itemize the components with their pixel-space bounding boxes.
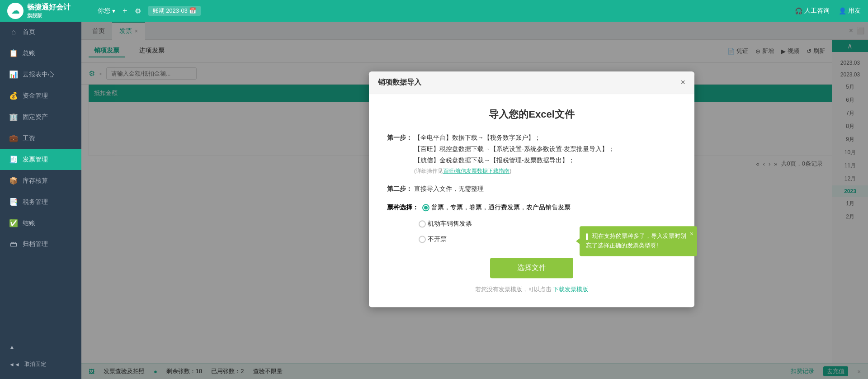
invoice-icon: 🧾 (9, 155, 18, 164)
step2-row: 第二步： 直接导入文件，无需整理 (387, 183, 676, 194)
radio-normal[interactable]: 普票，专票，卷票，通行费发票，农产品销售发票 现在支持的票种多了，导入发票时别忘… (422, 204, 571, 212)
step1-line3: 【航信】金税盘数据下载→【报税管理-发票数据导出】； (414, 155, 676, 166)
ticket-select-row: 票种选择： 普票，专票，卷票，通行费发票，农产品销售发票 现在支持的票种多了，导… (387, 204, 676, 212)
calendar-icon: 📅 (189, 7, 196, 14)
modal-title: 销项数据导入 (378, 78, 421, 87)
radio-label-noticket: 不开票 (428, 236, 447, 244)
step1-label: 第一步： (387, 132, 414, 176)
sidebar-label-assets: 固定资产 (23, 113, 48, 121)
radio-label-motor: 机动车销售发票 (428, 220, 472, 228)
radio-circle-motor (419, 221, 426, 228)
ledger-icon: 📋 (9, 49, 18, 57)
scroll-up-btn[interactable]: ▲ (0, 340, 81, 354)
sidebar-item-archive[interactable]: 🗃 归档管理 (0, 234, 81, 255)
step1-line2: 【百旺】税控盘数据下载→【系统设置-系统参数设置-发票批量导入】； (414, 144, 676, 155)
tooltip-close-btn[interactable]: × (690, 229, 693, 239)
sidebar-item-home[interactable]: ⌂ 首页 (0, 22, 81, 43)
sidebar-label-stock: 库存核算 (23, 177, 48, 185)
radio-inner-normal (424, 206, 428, 210)
modal-header: 销项数据导入 × (369, 71, 694, 94)
dropdown-icon: ▾ (112, 7, 115, 14)
logo-text-group: 畅捷通好会计 旗舰版 (27, 3, 71, 19)
tax-icon: 📑 (9, 198, 18, 206)
radio-circle-normal (422, 204, 429, 212)
sidebar-item-reports[interactable]: 📊 云报表中心 (0, 64, 81, 85)
sidebar-item-salary[interactable]: 💼 工资 (0, 128, 81, 149)
user-btn[interactable]: 👤 用友 (839, 7, 861, 15)
cancel-fix-btn[interactable]: ◄◄ 取消固定 (0, 354, 81, 374)
sidebar-item-checkout[interactable]: ✅ 结账 (0, 213, 81, 234)
sidebar: ⌂ 首页 📋 总账 📊 云报表中心 💰 资金管理 🏢 固定资产 💼 工资 🧾 发… (0, 22, 81, 379)
tooltip-bubble: 现在支持的票种多了，导入发票时别忘了选择正确的发票类型呀! × (580, 227, 697, 256)
tooltip-bar (586, 233, 588, 240)
company-select[interactable]: 你您 ▾ (98, 7, 115, 15)
logo-area: ☁ 畅捷通好会计 旗舰版 (7, 3, 89, 19)
download-template-link[interactable]: 下载发票模版 (553, 286, 588, 293)
header-middle: 你您 ▾ + ⚙ 账期 2023-03 📅 (89, 6, 795, 16)
headset-icon: 🎧 (795, 7, 802, 14)
modal-close-btn[interactable]: × (680, 78, 685, 87)
radio-motor[interactable]: 机动车销售发票 (419, 220, 472, 228)
ticket-selection: 票种选择： 普票，专票，卷票，通行费发票，农产品销售发票 现在支持的票种多了，导… (387, 204, 676, 247)
funds-icon: 💰 (9, 91, 18, 100)
sidebar-label-salary: 工资 (23, 134, 35, 142)
download-guide-link[interactable]: 百旺/航信发票数据下载指南 (443, 168, 509, 174)
archive-icon: 🗃 (9, 240, 18, 248)
step1-line1: 【全电平台】数据下载→【税务数字账户】； (414, 132, 676, 143)
tooltip-text: 现在支持的票种多了，导入发票时别忘了选择正确的发票类型呀! (586, 233, 686, 249)
radio-circle-noticket (419, 236, 426, 243)
sidebar-label-funds: 资金管理 (23, 92, 48, 100)
sidebar-label-ledger: 总账 (23, 49, 35, 57)
radio-label-normal: 普票，专票，卷票，通行费发票，农产品销售发票 (431, 204, 571, 212)
settings-icon[interactable]: ⚙ (135, 7, 141, 15)
sales-import-modal: 销项数据导入 × 导入您的Excel文件 第一步： 【全电平台】数据下载→【税务… (369, 71, 694, 307)
cancel-fix-icon: ◄◄ (9, 361, 20, 368)
step2-content: 直接导入文件，无需整理 (414, 183, 676, 194)
modal-main-title: 导入您的Excel文件 (387, 108, 676, 121)
sidebar-label-reports: 云报表中心 (23, 71, 54, 79)
modal-body: 导入您的Excel文件 第一步： 【全电平台】数据下载→【税务数字账户】； 【百… (369, 94, 694, 307)
reports-icon: 📊 (9, 70, 18, 79)
checkout-icon: ✅ (9, 219, 18, 227)
assets-icon: 🏢 (9, 113, 18, 121)
sidebar-label-checkout: 结账 (23, 219, 35, 227)
ticket-label: 票种选择： (387, 204, 419, 212)
step1-row: 第一步： 【全电平台】数据下载→【税务数字账户】； 【百旺】税控盘数据下载→【系… (387, 132, 676, 176)
sidebar-label-invoice: 发票管理 (23, 156, 48, 164)
logo-icon: ☁ (7, 3, 24, 19)
sidebar-label-home: 首页 (23, 28, 35, 36)
sidebar-item-assets[interactable]: 🏢 固定资产 (0, 106, 81, 128)
select-file-btn[interactable]: 选择文件 (490, 258, 573, 279)
header-right: 🎧 人工咨询 👤 用友 (795, 7, 861, 15)
radio-noticket[interactable]: 不开票 (419, 236, 447, 244)
modal-footer-note: 若您没有发票模版，可以点击 下载发票模版 (387, 286, 676, 294)
sidebar-item-invoice[interactable]: 🧾 发票管理 (0, 149, 81, 170)
sidebar-item-stock[interactable]: 📦 库存核算 (0, 170, 81, 191)
sidebar-item-ledger[interactable]: 📋 总账 (0, 43, 81, 64)
sidebar-label-archive: 归档管理 (23, 240, 48, 248)
top-header: ☁ 畅捷通好会计 旗舰版 你您 ▾ + ⚙ 账期 2023-03 📅 🎧 人工咨… (0, 0, 868, 22)
logo-sub-text: 旗舰版 (27, 12, 71, 19)
add-icon[interactable]: + (123, 6, 127, 16)
step1-link-row: (详细操作见百旺/航信发票数据下载指南) (414, 166, 676, 176)
company-name: 你您 (98, 7, 110, 15)
step2-label: 第二步： (387, 183, 414, 194)
sidebar-item-funds[interactable]: 💰 资金管理 (0, 85, 81, 106)
period-badge: 账期 2023-03 📅 (148, 6, 201, 16)
stock-icon: 📦 (9, 176, 18, 185)
home-icon: ⌂ (9, 28, 18, 36)
step1-content: 【全电平台】数据下载→【税务数字账户】； 【百旺】税控盘数据下载→【系统设置-系… (414, 132, 676, 176)
sidebar-item-tax[interactable]: 📑 税务管理 (0, 191, 81, 213)
user-icon: 👤 (839, 7, 846, 14)
sidebar-label-tax: 税务管理 (23, 198, 48, 206)
salary-icon: 💼 (9, 134, 18, 142)
logo-main-text: 畅捷通好会计 (27, 3, 71, 12)
help-btn[interactable]: 🎧 人工咨询 (795, 7, 830, 15)
